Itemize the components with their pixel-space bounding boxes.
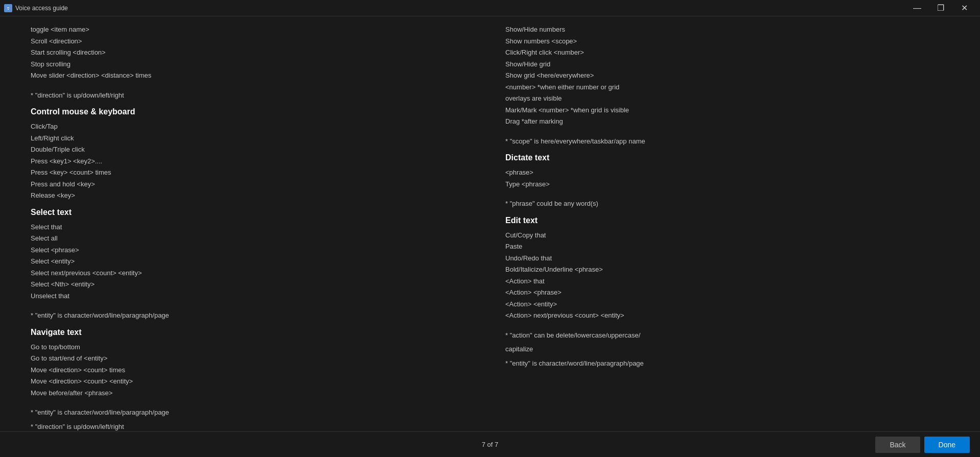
window-title: Voice access guide — [15, 5, 68, 12]
cmd-action-entity: <Action> <entity> — [505, 299, 949, 309]
cmd-press-count: Press <key> <count> times — [31, 167, 475, 178]
window-controls: — ❐ ✕ — [905, 0, 976, 16]
cmd-stop-scrolling: Stop scrolling — [31, 59, 475, 69]
cmd-action-phrase: <Action> <phrase> — [505, 287, 949, 298]
navigate-section-title: Navigate text — [31, 328, 475, 337]
done-button[interactable]: Done — [924, 437, 970, 453]
close-button[interactable]: ✕ — [952, 0, 976, 16]
app-icon — [4, 4, 12, 12]
cmd-move-before-after: Move before/after <phrase> — [31, 388, 475, 398]
cmd-action-that: <Action> that — [505, 276, 949, 286]
select-section-title: Select text — [31, 208, 475, 217]
restore-button[interactable]: ❐ — [929, 0, 952, 16]
cmd-show-numbers-scope: Show numbers <scope> — [505, 36, 949, 46]
cmd-move-slider: Move slider <direction> <distance> times — [31, 70, 475, 81]
cmd-select-all: Select all — [31, 233, 475, 244]
control-section-title: Control mouse & keyboard — [31, 107, 475, 116]
entity-note-select: * "entity" is character/word/line/paragr… — [31, 310, 475, 321]
page-indicator: 7 of 7 — [482, 441, 499, 448]
cmd-overlays-visible: overlays are visible — [505, 93, 949, 104]
cmd-select-entity: Select <entity> — [31, 256, 475, 267]
cmd-number-overlay: <number> *when either number or grid — [505, 82, 949, 92]
left-column: toggle <item name> Scroll <direction> St… — [31, 25, 495, 431]
cmd-mark: Mark/Mark <number> *when grid is visible — [505, 105, 949, 115]
entity-note-navigate: * "entity" is character/word/line/paragr… — [31, 407, 475, 418]
cmd-double-triple: Double/Triple click — [31, 145, 475, 155]
cmd-select-next-prev: Select next/previous <count> <entity> — [31, 268, 475, 278]
cmd-show-hide-numbers: Show/Hide numbers — [505, 25, 949, 35]
phrase-note: * "phrase" could be any word(s) — [505, 199, 949, 209]
cmd-select-that: Select that — [31, 222, 475, 232]
cmd-go-top-bottom: Go to top/bottom — [31, 342, 475, 352]
cmd-select-nth: Select <Nth> <entity> — [31, 279, 475, 290]
cmd-click-tap: Click/Tap — [31, 122, 475, 132]
footer: 7 of 7 Back Done — [0, 431, 980, 457]
cmd-release: Release <key> — [31, 190, 475, 201]
cmd-start-scrolling: Start scrolling <direction> — [31, 47, 475, 58]
title-bar-left: Voice access guide — [4, 4, 68, 12]
cmd-unselect: Unselect that — [31, 291, 475, 301]
right-column: Show/Hide numbers Show numbers <scope> C… — [495, 25, 949, 431]
direction-note-navigate: * "direction" is up/down/left/right — [31, 422, 475, 432]
footer-buttons: Back Done — [875, 437, 970, 453]
scope-note: * "scope" is here/everywhere/taskbar/app… — [505, 136, 949, 147]
cmd-cut-copy: Cut/Copy that — [505, 230, 949, 240]
cmd-select-phrase: Select <phrase> — [31, 245, 475, 255]
cmd-click-right-number: Click/Right click <number> — [505, 47, 949, 58]
cmd-drag: Drag *after marking — [505, 116, 949, 127]
title-bar: Voice access guide — ❐ ✕ — [0, 0, 980, 16]
cmd-press-keys: Press <key1> <key2>.... — [31, 156, 475, 166]
dictate-section-title: Dictate text — [505, 153, 949, 162]
cmd-bold-italic: Bold/Italicize/Underline <phrase> — [505, 264, 949, 275]
direction-note: * "direction" is up/down/left/right — [31, 90, 475, 101]
cmd-scroll: Scroll <direction> — [31, 36, 475, 46]
cmd-go-start-end: Go to start/end of <entity> — [31, 353, 475, 364]
svg-point-1 — [8, 9, 9, 10]
cmd-phrase: <phrase> — [505, 167, 949, 178]
svg-point-0 — [6, 6, 11, 11]
cmd-left-right-click: Left/Right click — [31, 133, 475, 143]
action-note-1: * "action" can be delete/lowercase/upper… — [505, 330, 949, 341]
cmd-toggle: toggle <item name> — [31, 25, 475, 35]
cmd-action-next-prev: <Action> next/previous <count> <entity> — [505, 310, 949, 321]
cmd-undo-redo: Undo/Redo that — [505, 253, 949, 263]
cmd-show-hide-grid: Show/Hide grid — [505, 59, 949, 69]
cmd-show-grid: Show grid <here/everywhere> — [505, 70, 949, 81]
main-content: toggle <item name> Scroll <direction> St… — [0, 16, 980, 431]
minimize-button[interactable]: — — [905, 0, 929, 16]
cmd-move-count-entity: Move <direction> <count> <entity> — [31, 376, 475, 387]
cmd-type-phrase: Type <phrase> — [505, 179, 949, 189]
entity-note-edit: * "entity" is character/word/line/paragr… — [505, 358, 949, 369]
edit-section-title: Edit text — [505, 216, 949, 225]
back-button[interactable]: Back — [875, 437, 920, 453]
cmd-move-count: Move <direction> <count> times — [31, 365, 475, 375]
cmd-paste: Paste — [505, 242, 949, 252]
action-note-2: capitalize — [505, 344, 949, 354]
cmd-press-hold: Press and hold <key> — [31, 179, 475, 189]
